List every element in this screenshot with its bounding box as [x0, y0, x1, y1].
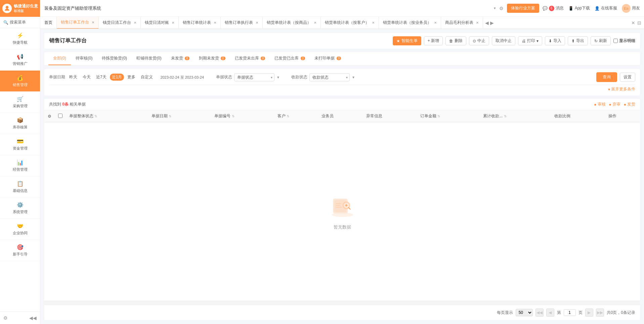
- show-details-checkbox[interactable]: [613, 39, 618, 43]
- subtab-overdue-not-shipped[interactable]: 到期未发货 0: [194, 52, 230, 65]
- pagination-prev-button[interactable]: ◀: [546, 309, 554, 317]
- add-button[interactable]: + 新增: [424, 36, 443, 45]
- tab-profit-analysis[interactable]: 商品毛利分析表 ✕: [441, 17, 483, 29]
- tab-sales-stats[interactable]: 销售订单统计表 ✕: [179, 17, 221, 29]
- system-icon: ⚙️: [17, 202, 24, 208]
- delete-button[interactable]: 🗑 删除: [445, 36, 466, 45]
- show-details-checkbox-wrap[interactable]: 显示明细: [613, 38, 635, 44]
- tab-sales-execution[interactable]: 销售订单执行表 ✕: [221, 17, 263, 29]
- system-dropdown-icon[interactable]: ▾: [494, 6, 496, 10]
- print-button[interactable]: 🖨 打印 ▾: [518, 36, 542, 45]
- import-button[interactable]: ⬇ 导入: [545, 36, 565, 45]
- refresh-button[interactable]: ↻ 刷新: [591, 36, 611, 45]
- online-service-button[interactable]: 👤 在线客服: [595, 5, 617, 11]
- page-number-input[interactable]: [564, 309, 576, 316]
- tab-sales-by-salesperson[interactable]: 销货单统计表（按业务员） ✕: [379, 17, 441, 29]
- sidebar-item-cooperation[interactable]: 🤝 企业协同: [0, 219, 40, 240]
- date-more[interactable]: 更多: [125, 74, 137, 81]
- tab-sales-order-workbench[interactable]: 销售订单工作台 ✕: [57, 17, 99, 29]
- settings-button[interactable]: 设置: [620, 73, 635, 82]
- tab-sales-exec-close[interactable]: ✕: [256, 21, 258, 25]
- date-today[interactable]: 今天: [81, 74, 93, 81]
- subtab-shipped-out[interactable]: 已发货已出库 0: [270, 52, 310, 65]
- finance-label: 资金管理: [13, 146, 28, 151]
- sidebar-item-system[interactable]: ⚙️ 系统管理: [0, 198, 40, 219]
- expand-row: ▾ 展开更多条件: [49, 85, 635, 92]
- amount-sort-icon[interactable]: ⇅: [437, 114, 440, 118]
- subtab-shipped-not-out[interactable]: 已发货未出库 0: [230, 52, 270, 65]
- date-yesterday[interactable]: 昨天: [67, 74, 79, 81]
- review-action-button[interactable]: ● 审核: [594, 102, 605, 107]
- sidebar-item-guide[interactable]: 🎯 新手引导: [0, 240, 40, 261]
- sidebar-item-basic-info[interactable]: 📋 基础信息: [0, 176, 40, 198]
- content-area: 销售订单工作台 ★ 智能生单 + 新增 🗑 删除 ⊙ 中止 取消中止 🖨: [40, 29, 644, 324]
- date-sort-icon[interactable]: ⇅: [169, 114, 171, 118]
- tabs-next-icon[interactable]: ▶: [490, 20, 494, 26]
- topbar-settings-icon[interactable]: ⚙: [499, 6, 504, 11]
- date-custom[interactable]: 自定义: [139, 74, 155, 81]
- sidebar-item-marketing[interactable]: 📢 营销推广: [0, 49, 40, 71]
- tab-sales-by-customer[interactable]: 销货单统计表（按客户） ✕: [321, 17, 379, 29]
- tab-cash-reconciliation[interactable]: 钱货日清对账 ✕: [141, 17, 179, 29]
- select-all-checkbox[interactable]: [58, 114, 62, 118]
- sidebar-item-operations[interactable]: 📊 经营管理: [0, 155, 40, 176]
- sidebar-item-finance[interactable]: 💳 资金管理: [0, 134, 40, 155]
- date-1month[interactable]: 近1月: [110, 74, 124, 81]
- query-button[interactable]: 查询: [596, 72, 617, 82]
- hscroll-bar[interactable]: [44, 301, 640, 305]
- ship-action-button[interactable]: ● 发货: [624, 102, 635, 107]
- industry-solution-button[interactable]: 体验行业方案: [507, 4, 539, 13]
- search-menu-item[interactable]: 🔍 搜索菜单: [0, 17, 40, 28]
- stop-button[interactable]: ⊙ 中止: [469, 36, 489, 45]
- tab-cash-recon-close[interactable]: ✕: [172, 21, 174, 25]
- tab-sales-order-close[interactable]: ✕: [92, 21, 94, 24]
- tabs-close-current-icon[interactable]: ✕: [631, 20, 635, 26]
- app-download-button[interactable]: 📱 App下载: [568, 5, 590, 11]
- sidebar-item-purchase[interactable]: 🛒 采购管理: [0, 92, 40, 113]
- subtab-pending-review[interactable]: 待审核(0): [71, 52, 97, 65]
- subtab-pending-inspection[interactable]: 待拣货验货(0): [97, 52, 132, 65]
- sidebar-collapse-icon[interactable]: ◀◀: [29, 315, 37, 321]
- status-select[interactable]: 单据状态: [234, 73, 274, 81]
- sidebar-item-quick-nav[interactable]: ⚡ 快捷导航: [0, 28, 40, 49]
- sidebar-settings-icon[interactable]: ⚙: [3, 315, 8, 321]
- date-7days[interactable]: 近7天: [94, 74, 109, 81]
- subtab-all[interactable]: 全部(0): [48, 52, 71, 65]
- tab-home[interactable]: 首页: [40, 17, 57, 29]
- pagination-next-button[interactable]: ▶: [585, 309, 593, 317]
- tab-profit-close[interactable]: ✕: [476, 21, 479, 25]
- subtab-not-printed[interactable]: 未打印单据 0: [310, 52, 346, 65]
- tabs-prev-icon[interactable]: ◀: [485, 20, 489, 26]
- export-button[interactable]: ⬆ 导出: [568, 36, 588, 45]
- tabs-close-all-icon[interactable]: ⊟: [637, 20, 641, 26]
- collected-sort-icon[interactable]: ⇅: [504, 114, 507, 118]
- pagination-first-button[interactable]: ◀◀: [535, 309, 544, 317]
- tab-sales-by-product[interactable]: 销货单统计表（按商品） ✕: [263, 17, 321, 29]
- message-button[interactable]: 💬 6 消息: [543, 5, 564, 11]
- per-page-select[interactable]: 50 10 20 100: [516, 309, 533, 316]
- cancel-stop-button[interactable]: 取消中止: [492, 36, 515, 45]
- customer-sort-icon[interactable]: ⇅: [287, 114, 289, 118]
- sidebar-item-inventory[interactable]: 📦 库存核算: [0, 113, 40, 134]
- expand-conditions-button[interactable]: ▾ 展开更多条件: [608, 86, 635, 92]
- status-filter: 单据状态 单据状态 ▾: [216, 73, 279, 81]
- tab-by-salesperson-close[interactable]: ✕: [434, 21, 437, 25]
- th-ratio: 收款比例: [551, 110, 605, 122]
- tab-cash-clearing-close[interactable]: ✕: [134, 21, 136, 25]
- uncheck-action-button[interactable]: ● 弃审: [609, 102, 620, 107]
- tab-sales-stats-close[interactable]: ✕: [214, 21, 216, 25]
- pagination-last-button[interactable]: ▶▶: [596, 309, 604, 317]
- subtab-wangpu[interactable]: 旺铺待发货(0): [132, 52, 166, 65]
- number-sort-icon[interactable]: ⇅: [232, 114, 234, 118]
- tab-by-product-close[interactable]: ✕: [314, 21, 316, 25]
- sidebar-item-sales[interactable]: 💰 销售管理: [0, 71, 40, 92]
- subtab-not-shipped[interactable]: 未发货 0: [166, 52, 194, 65]
- smart-create-button[interactable]: ★ 智能生单: [393, 36, 421, 45]
- payment-select[interactable]: 收款状态: [309, 73, 350, 81]
- tab-cash-clearing[interactable]: 钱货日清工作台 ✕: [99, 17, 141, 29]
- subtab-shipped-not-out-badge: 0: [261, 56, 265, 60]
- user-menu[interactable]: Ea 用友: [622, 4, 640, 13]
- tab-by-customer-close[interactable]: ✕: [372, 21, 375, 25]
- status-sort-icon[interactable]: ⇅: [94, 114, 97, 118]
- column-settings-icon[interactable]: ⚙: [48, 114, 51, 119]
